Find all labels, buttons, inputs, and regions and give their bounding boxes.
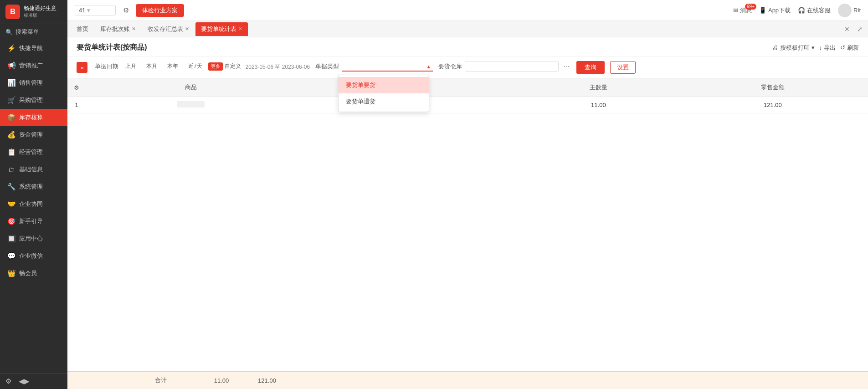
- finance-icon: 💰: [7, 131, 15, 139]
- sidebar-item-label: 应用中心: [19, 235, 43, 243]
- trial-button[interactable]: 体验行业方案: [136, 4, 184, 17]
- warehouse-select-input[interactable]: [465, 61, 559, 72]
- topbar: 41 ▾ ⚙ 体验行业方案 ✉ 消息 99+ 📱 App下载 🎧 在线客服: [67, 0, 868, 21]
- sidebar-item-quick-nav[interactable]: ⚡ 快捷导航: [0, 40, 67, 57]
- date-pill-more[interactable]: 更多: [208, 62, 223, 71]
- print-label: 按模板打印: [780, 44, 810, 52]
- cell-product: [86, 97, 296, 113]
- type-filter-group: 单据类型 ▲ 要货单要货 要货单退货: [315, 61, 433, 72]
- online-service-btn[interactable]: 🎧 在线客服: [798, 6, 831, 15]
- tab-stock-batch-close[interactable]: ✕: [132, 26, 136, 32]
- sidebar-nav: ⚡ 快捷导航 📢 营销推广 📊 销售管理 🛒 采购管理 📦 库存核算 💰 资金管…: [0, 40, 67, 373]
- logo-icon: B: [5, 5, 20, 19]
- more-options-btn[interactable]: ···: [561, 62, 571, 71]
- settings-button[interactable]: ⚙: [119, 4, 132, 17]
- date-custom-btn[interactable]: 自定义: [225, 62, 241, 70]
- sidebar-item-label: 采购管理: [19, 96, 43, 104]
- date-pill-this-year[interactable]: 本年: [163, 61, 182, 72]
- tab-stock-batch[interactable]: 库存批次账 ✕: [95, 22, 141, 36]
- search-label: 搜索菜单: [15, 28, 39, 36]
- online-service-label: 在线客服: [807, 6, 831, 15]
- export-btn[interactable]: ↓ 导出: [819, 44, 836, 52]
- table-row: 1 块 11.00 121.00: [67, 97, 868, 113]
- topbar-left: 41 ▾ ⚙ 体验行业方案: [75, 4, 728, 17]
- refresh-btn[interactable]: ↺ 刷新: [840, 44, 859, 52]
- sidebar-item-enterprise-wechat[interactable]: 💬 企业微信: [0, 247, 67, 265]
- topbar-right: ✉ 消息 99+ 📱 App下载 🎧 在线客服 Rit: [733, 4, 861, 17]
- message-btn[interactable]: ✉ 消息 99+: [733, 6, 752, 15]
- tabs-bar: 首页 库存批次账 ✕ 收发存汇总表 ✕ 要货单统计表 ✕ ✕ ⤢: [67, 21, 868, 37]
- headset-icon: 🎧: [798, 7, 805, 14]
- sidebar-item-basic[interactable]: 🗂 基础信息: [0, 161, 67, 178]
- total-qty: 11.00: [203, 377, 240, 384]
- date-pill-this-month[interactable]: 本月: [142, 61, 161, 72]
- org-selector[interactable]: 41 ▾: [75, 5, 116, 15]
- sidebar-item-label: 经营管理: [19, 148, 43, 156]
- tab-home[interactable]: 首页: [71, 22, 94, 36]
- export-label: 导出: [824, 44, 836, 52]
- dropdown-item-order-goods[interactable]: 要货单要货: [339, 77, 429, 93]
- sales-icon: 📊: [7, 79, 15, 87]
- print-btn[interactable]: 🖨 按模板打印 ▾: [772, 44, 815, 52]
- tab-order-stat-close[interactable]: ✕: [238, 26, 242, 32]
- sidebar-search[interactable]: 🔍 搜索菜单: [0, 24, 67, 40]
- date-pill-7days[interactable]: 近7天: [184, 61, 206, 72]
- col-qty: 主数量: [519, 79, 678, 97]
- sidebar-item-sales[interactable]: 📊 销售管理: [0, 74, 67, 92]
- filter-row: 单据日期 上月 本月 本年 近7天 更多 自定义 2023-05-06 至 20…: [95, 61, 859, 74]
- type-select-input[interactable]: [342, 61, 433, 72]
- table-settings-button[interactable]: 设置: [610, 61, 636, 74]
- gear-icon: ⚙: [123, 6, 129, 15]
- settings-icon[interactable]: ⚙: [5, 377, 11, 385]
- user-menu[interactable]: Rit: [838, 4, 861, 17]
- sidebar-item-label: 企业微信: [19, 252, 43, 260]
- col-amount: 零售金额: [678, 79, 868, 97]
- filter-toggle-btn[interactable]: »: [77, 62, 87, 73]
- sidebar-item-marketing[interactable]: 📢 营销推广: [0, 57, 67, 74]
- table-header-row: ⚙ 商品 主计量单位 主数量 零售金额: [67, 79, 868, 97]
- sidebar-item-app-center[interactable]: 🔲 应用中心: [0, 230, 67, 247]
- enterprise-wechat-icon: 💬: [7, 252, 15, 260]
- print-icon: 🖨: [772, 44, 778, 51]
- guide-icon: 🎯: [7, 217, 15, 225]
- toggle-icon: »: [80, 64, 83, 71]
- sidebar-item-operations[interactable]: 📋 经营管理: [0, 143, 67, 161]
- date-pill-last-month[interactable]: 上月: [121, 61, 140, 72]
- print-chevron-icon: ▾: [812, 44, 815, 51]
- query-button[interactable]: 查询: [576, 61, 605, 74]
- col-product: 商品: [86, 79, 296, 97]
- tab-receive-send[interactable]: 收发存汇总表 ✕: [142, 22, 195, 36]
- total-label: 合计: [73, 376, 167, 384]
- close-all-tabs-btn[interactable]: ✕: [842, 25, 852, 34]
- cell-qty: 11.00: [519, 97, 678, 113]
- filter-area: » 单据日期 上月 本月 本年 近7天 更多 自定义 2023-05-06 至: [67, 56, 868, 79]
- sidebar-item-guide[interactable]: 🎯 新手引导: [0, 213, 67, 230]
- page-header: 要货单统计表(按商品) 🖨 按模板打印 ▾ ↓ 导出 ↺ 刷新: [67, 37, 868, 56]
- basic-icon: 🗂: [7, 166, 15, 174]
- date-range-display: 2023-05-06 至 2023-06-06: [246, 63, 310, 71]
- sidebar-item-label: 快捷导航: [19, 44, 43, 52]
- refresh-icon: ↺: [840, 44, 845, 51]
- sidebar-item-label: 畅会员: [19, 269, 37, 277]
- sidebar-item-cooperation[interactable]: 🤝 企业协同: [0, 195, 67, 213]
- app-download-btn[interactable]: 📱 App下载: [759, 6, 791, 15]
- tab-order-stat[interactable]: 要货单统计表 ✕: [195, 22, 248, 36]
- sidebar-item-inventory[interactable]: 📦 库存核算: [0, 109, 67, 126]
- maximize-tab-btn[interactable]: ⤢: [855, 25, 864, 34]
- collapse-icon[interactable]: ◀▶: [19, 377, 30, 385]
- sidebar-item-label: 基础信息: [19, 165, 43, 174]
- page-content: 要货单统计表(按商品) 🖨 按模板打印 ▾ ↓ 导出 ↺ 刷新: [67, 37, 868, 389]
- sidebar-item-finance[interactable]: 💰 资金管理: [0, 126, 67, 143]
- sidebar-item-label: 营销推广: [19, 61, 43, 70]
- quick-nav-icon: ⚡: [7, 44, 15, 52]
- tab-receive-send-close[interactable]: ✕: [185, 26, 189, 32]
- product-placeholder: [177, 101, 205, 107]
- tabs-right: ✕ ⤢: [842, 25, 864, 34]
- dropdown-item-order-return[interactable]: 要货单退货: [339, 93, 429, 110]
- main-area: 41 ▾ ⚙ 体验行业方案 ✉ 消息 99+ 📱 App下载 🎧 在线客服: [67, 0, 868, 389]
- sidebar-item-system[interactable]: 🔧 系统管理: [0, 178, 67, 195]
- sidebar-item-purchase[interactable]: 🛒 采购管理: [0, 92, 67, 109]
- search-icon: 🔍: [5, 29, 13, 36]
- sidebar-item-vip[interactable]: 👑 畅会员: [0, 265, 67, 282]
- marketing-icon: 📢: [7, 61, 15, 70]
